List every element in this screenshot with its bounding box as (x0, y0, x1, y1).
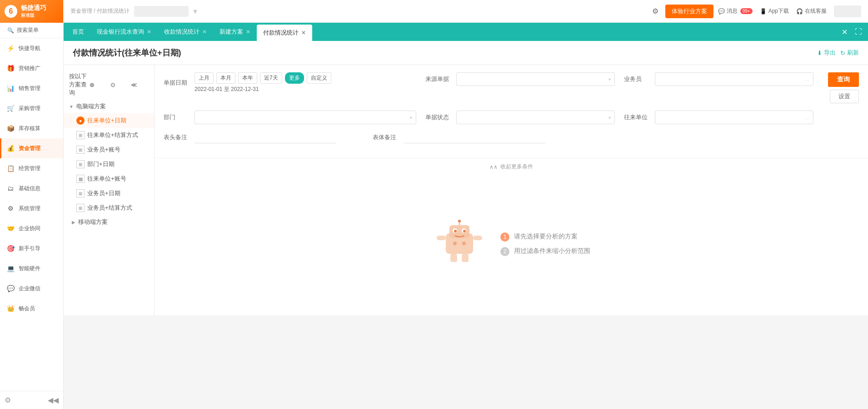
scheme-panel: 按以下方案查询 ⊕ ⊙ ≪ ▼ 电脑端方案 ● 往来单位+日期 ⊞ (64, 65, 155, 315)
sidebar-item-operations[interactable]: 📋 经营管理 (0, 158, 63, 178)
body-note-input[interactable] (404, 131, 545, 143)
tab-receipt[interactable]: 收款情况统计 ✕ (158, 23, 213, 41)
scheme-item-staff-settlement[interactable]: ⊞ 业务员+结算方式 (64, 201, 154, 215)
sidebar-item-inventory[interactable]: 📦 库存核算 (0, 118, 63, 138)
filter-row-1: 单据日期 上月 本月 本年 近7天 更多 自定义 20 (164, 72, 859, 103)
logo-sub: 标准版 (21, 12, 46, 19)
header-note-input[interactable] (195, 131, 336, 143)
doc-status-label: 单据状态 (425, 113, 453, 121)
empty-step-1: 1 请先选择要分析的方案 (500, 232, 590, 242)
sidebar-footer-settings[interactable]: ⚙ (5, 396, 11, 404)
topbar-msg-btn[interactable]: 💬 消息 99+ (718, 7, 753, 15)
empty-content: 1 请先选择要分析的方案 2 用过滤条件来缩小分析范围 (432, 220, 590, 274)
tab-home[interactable]: 首页 (66, 23, 90, 41)
header-note-control (195, 131, 336, 143)
scheme-add-btn[interactable]: ⊕ (90, 81, 107, 88)
scheme-item-party-settlement[interactable]: ⊞ 往来单位+结算方式 (64, 128, 154, 142)
sidebar-item-marketing[interactable]: 🎁 营销推广 (0, 58, 63, 78)
scheme-collapse-btn[interactable]: ≪ (131, 81, 149, 88)
scheme-header-label: 按以下方案查询 (69, 72, 87, 97)
sidebar-item-weixin[interactable]: 💬 企业微信 (0, 278, 63, 298)
mobile-scheme-group-title[interactable]: ▶ 移动端方案 (64, 215, 154, 229)
scheme-type-table-icon: ⊞ (76, 131, 85, 139)
sidebar-item-purchase[interactable]: 🛒 采购管理 (0, 98, 63, 118)
scheme-panel-header: 按以下方案查询 ⊕ ⊙ ≪ (64, 70, 154, 100)
refresh-btn[interactable]: ↻ 刷新 (840, 49, 859, 57)
sidebar-item-basic-info[interactable]: 🗂 基础信息 (0, 178, 63, 198)
collapse-more-btn[interactable]: ∧∧ 收起更多条件 (155, 158, 868, 175)
smart-hw-icon: 💻 (6, 264, 15, 273)
dept-field: 部门 ▾ (164, 111, 416, 124)
topbar-trial-btn[interactable]: 体验行业方案 (665, 5, 713, 18)
tab-fullscreen-btn[interactable]: ⛶ (851, 28, 866, 36)
main-content: 资金管理 / 付款情况统计 ▾ ⚙ 体验行业方案 💬 消息 99+ 📱 App下… (64, 0, 868, 409)
topbar-actions: 💬 消息 99+ 📱 App下载 🎧 在线客服 (718, 5, 861, 17)
staff-select[interactable]: … (655, 72, 813, 86)
svg-rect-1 (449, 225, 469, 238)
doc-status-control: ▾ (456, 111, 615, 124)
purchase-icon: 🛒 (6, 104, 15, 113)
tab-close-all-btn[interactable]: ✕ (838, 28, 851, 36)
date-btn-last-month[interactable]: 上月 (195, 72, 214, 84)
doc-status-field: 单据状态 ▾ (425, 111, 615, 124)
basic-info-icon: 🗂 (6, 184, 15, 193)
scheme-item-staff-account[interactable]: ⊞ 业务员+账号 (64, 142, 154, 157)
system-icon: ⚙ (6, 204, 15, 213)
svg-point-13 (462, 242, 466, 245)
sidebar-item-label: 智能硬件 (19, 265, 40, 273)
tab-new-scheme[interactable]: 新建方案 ✕ (213, 23, 257, 41)
member-icon: 👑 (6, 304, 15, 313)
tab-close-new-scheme[interactable]: ✕ (246, 29, 250, 35)
tab-bank[interactable]: 现金银行流水查询 ✕ (90, 23, 158, 41)
scheme-settings-btn[interactable]: ⊙ (110, 81, 128, 88)
sidebar-search[interactable]: 🔍 搜索菜单 (0, 23, 63, 38)
sidebar-item-system[interactable]: ⚙ 系统管理 (0, 198, 63, 218)
sidebar-item-sales[interactable]: 📊 销售管理 (0, 78, 63, 98)
party-control: … (655, 111, 813, 124)
sidebar-item-enterprise[interactable]: 🤝 企业协同 (0, 218, 63, 238)
scheme-type-table-icon: ⊞ (76, 189, 85, 197)
user-avatar[interactable] (834, 5, 861, 17)
scheme-item-dept-date[interactable]: ⊞ 部门+日期 (64, 157, 154, 172)
tab-close-payment-stat[interactable]: ✕ (301, 30, 306, 36)
pc-scheme-group-title[interactable]: ▼ 电脑端方案 (64, 100, 154, 113)
sidebar-item-smart-hw[interactable]: 💻 智能硬件 (0, 258, 63, 278)
dept-select[interactable]: ▾ (195, 111, 416, 124)
sidebar-item-quick-nav[interactable]: ⚡ 快捷导航 (0, 38, 63, 58)
topbar-settings-icon[interactable]: ⚙ (652, 7, 658, 15)
step-2-num: 2 (500, 247, 509, 256)
date-btn-this-year[interactable]: 本年 (238, 72, 257, 84)
tab-close-receipt[interactable]: ✕ (202, 29, 207, 35)
page-title: 付款情况统计(往来单位+日期) (73, 47, 181, 58)
pc-group-arrow: ▼ (69, 104, 74, 109)
date-btn-this-month[interactable]: 本月 (216, 72, 235, 84)
settings-btn[interactable]: 设置 (830, 90, 859, 103)
scheme-item-party-date[interactable]: ● 往来单位+日期 (64, 113, 154, 128)
scheme-item-party-account[interactable]: ▦ 往来单位+账号 (64, 172, 154, 186)
sidebar-item-label: 企业协同 (19, 225, 40, 232)
topbar-dropdown-icon[interactable]: ▾ (193, 6, 197, 16)
scheme-item-staff-date[interactable]: ⊞ 业务员+日期 (64, 186, 154, 201)
topbar-app-btn[interactable]: 📱 App下载 (760, 7, 789, 15)
weixin-icon: 💬 (6, 284, 15, 293)
staff-field: 业务员 … (624, 72, 813, 86)
date-btn-custom[interactable]: 自定义 (307, 72, 331, 84)
date-btn-7days[interactable]: 近7天 (260, 72, 282, 84)
empty-state: 1 请先选择要分析的方案 2 用过滤条件来缩小分析范围 (155, 179, 868, 315)
sidebar-item-guide[interactable]: 🎯 新手引导 (0, 238, 63, 258)
filter-area: 按以下方案查询 ⊕ ⊙ ≪ ▼ 电脑端方案 ● 往来单位+日期 ⊞ (64, 65, 868, 315)
query-btn[interactable]: 查询 (828, 72, 859, 87)
source-select[interactable]: ▾ (456, 72, 615, 86)
sidebar-item-member[interactable]: 👑 畅会员 (0, 298, 63, 318)
date-btn-more[interactable]: 更多 (285, 72, 304, 84)
tab-payment-stat[interactable]: 付款情况统计 ✕ (257, 25, 312, 41)
tab-close-bank[interactable]: ✕ (147, 29, 151, 35)
party-select[interactable]: … (655, 111, 813, 124)
body-note-field: 表体备注 (373, 131, 545, 143)
topbar-service-btn[interactable]: 🎧 在线客服 (796, 7, 827, 15)
export-btn[interactable]: ⬇ 导出 (817, 49, 836, 57)
marketing-icon: 🎁 (6, 64, 15, 73)
sidebar-item-finance[interactable]: 💰 资金管理 (0, 138, 63, 158)
sidebar-collapse-btn[interactable]: ◀◀ (48, 396, 59, 404)
doc-status-select[interactable]: ▾ (456, 111, 615, 124)
